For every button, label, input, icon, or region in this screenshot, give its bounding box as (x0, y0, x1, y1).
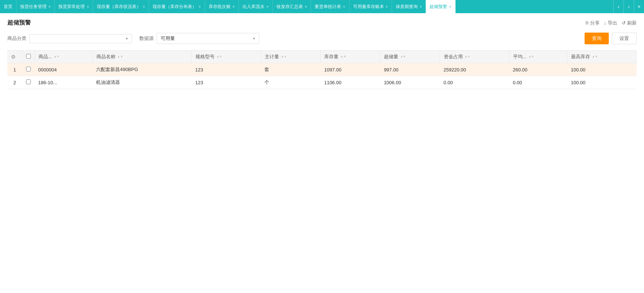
chevron-down-icon: ▾ (253, 36, 255, 41)
datasource-filter: 数据源 可用量 ▾ (139, 33, 259, 44)
nav-tab-1[interactable]: 拣货任务管理 × (17, 0, 55, 13)
page-header: 超储预警 ⎘ 分享 ↓ 导出 ↺ 刷新 (7, 19, 637, 27)
cell-overstock: 1006.00 (380, 76, 440, 89)
th-code[interactable]: 商品... ▲▼ (34, 51, 92, 63)
cell-spec: 123 (191, 63, 261, 76)
cell-stock: 1097.00 (321, 63, 380, 76)
nav-tab-active[interactable]: 超储预警 × (426, 0, 455, 13)
table-header-row: ⚙ 商品... ▲▼ 商品名称 ▲▼ (7, 51, 637, 63)
filter-bar: 商品分类 ▾ 数据源 可用量 ▾ 查询 设置 (7, 33, 637, 44)
th-checkbox (22, 51, 34, 63)
nav-tab-4[interactable]: 现存量（库存分布表） × (149, 0, 205, 13)
select-all-checkbox[interactable] (26, 54, 31, 59)
cell-overstock: 997.00 (380, 63, 440, 76)
table-row: 1 0000004 六配套新昌490BPG 123 套 1097.00 997.… (7, 63, 637, 76)
datasource-label: 数据源 (139, 35, 154, 42)
nav-tab-3[interactable]: 现存量（库存状况表） × (93, 0, 149, 13)
category-select[interactable]: ▾ (29, 34, 132, 43)
cell-name: 机油滤清器 (92, 76, 191, 89)
th-overstock[interactable]: 超储量 ▲▼ (380, 51, 440, 63)
filter-actions: 查询 设置 (585, 33, 637, 44)
close-icon[interactable]: × (420, 4, 422, 9)
cell-unit: 套 (261, 63, 321, 76)
close-icon[interactable]: × (143, 4, 145, 9)
cell-unit: 个 (261, 76, 321, 89)
sort-icon: ▲▼ (216, 55, 222, 58)
nav-arrow-right[interactable]: › (623, 0, 634, 13)
row-number: 2 (7, 76, 22, 89)
refresh-button[interactable]: ↺ 刷新 (622, 20, 637, 26)
sort-icon: ▲▼ (117, 55, 123, 58)
th-capital[interactable]: 资金占用 ▲▼ (440, 51, 509, 63)
close-icon[interactable]: × (386, 4, 388, 9)
datasource-select[interactable]: 可用量 ▾ (157, 33, 259, 44)
top-nav: 首页 拣货任务管理 × 拣货异常处理 × 现存量（库存状况表） × 现存量（库存… (0, 0, 644, 13)
header-actions: ⎘ 分享 ↓ 导出 ↺ 刷新 (586, 20, 637, 26)
close-icon[interactable]: × (305, 4, 307, 9)
cell-code: 0000004 (34, 63, 92, 76)
refresh-icon: ↺ (622, 20, 626, 26)
query-button[interactable]: 查询 (585, 33, 609, 44)
cell-capital: 0.00 (440, 76, 509, 89)
sort-icon: ▲▼ (592, 55, 598, 58)
nav-tab-5[interactable]: 库存批次账 × (205, 0, 239, 13)
row-checkbox-cell (22, 63, 34, 76)
row-number: 1 (7, 63, 22, 76)
sort-icon: ▲▼ (340, 55, 346, 58)
sort-icon: ▲▼ (281, 55, 287, 58)
cell-avg: 260.00 (509, 63, 567, 76)
sort-icon: ▲▼ (54, 55, 59, 58)
settings-button[interactable]: 设置 (612, 33, 637, 44)
page-title: 超储预警 (7, 19, 31, 27)
row-checkbox[interactable] (26, 79, 31, 84)
th-avg[interactable]: 平均... ▲▼ (509, 51, 567, 63)
th-stock[interactable]: 库存量 ▲▼ (321, 51, 380, 63)
nav-tab-6[interactable]: 出入库流水 × (239, 0, 272, 13)
nav-tab-home[interactable]: 首页 (0, 0, 17, 13)
th-spec[interactable]: 规格型号 ▲▼ (191, 51, 261, 63)
sort-icon: ▲▼ (528, 55, 534, 58)
nav-tab-9[interactable]: 可用量库存账本 × (350, 0, 392, 13)
row-checkbox-cell (22, 76, 34, 89)
cell-stock: 1106.00 (321, 76, 380, 89)
cell-capital: 259220.00 (440, 63, 509, 76)
category-filter: 商品分类 ▾ (7, 34, 132, 43)
th-name[interactable]: 商品名称 ▲▼ (92, 51, 191, 63)
cell-avg: 0.00 (509, 76, 567, 89)
table-row: 2 186-10... 机油滤清器 123 个 1106.00 1006.00 … (7, 76, 637, 89)
chevron-down-icon: ▾ (126, 36, 128, 41)
share-button[interactable]: ⎘ 分享 (586, 20, 600, 26)
cell-maxstock: 100.00 (567, 76, 637, 89)
sort-icon: ▲▼ (400, 55, 406, 58)
row-checkbox[interactable] (26, 67, 31, 71)
close-icon[interactable]: × (87, 4, 89, 9)
table-body: 1 0000004 六配套新昌490BPG 123 套 1097.00 997.… (7, 63, 637, 89)
nav-tab-7[interactable]: 收发存汇总表 × (273, 0, 311, 13)
category-label: 商品分类 (7, 35, 26, 42)
th-settings: ⚙ (7, 51, 22, 63)
cell-spec: 123 (191, 76, 261, 89)
nav-arrow-left[interactable]: ‹ (613, 0, 623, 13)
export-button[interactable]: ↓ 导出 (604, 20, 618, 26)
close-icon[interactable]: × (233, 4, 235, 9)
close-icon[interactable]: × (343, 4, 345, 9)
nav-arrows: ‹ › × (613, 0, 644, 13)
cell-code: 186-10... (34, 76, 92, 89)
nav-arrow-more[interactable]: × (634, 0, 644, 13)
close-icon[interactable]: × (48, 4, 51, 9)
share-icon: ⎘ (586, 20, 589, 26)
page-container: 超储预警 ⎘ 分享 ↓ 导出 ↺ 刷新 商品分类 ▾ 数据源 (0, 13, 644, 95)
data-table: ⚙ 商品... ▲▼ 商品名称 ▲▼ (7, 50, 637, 89)
th-maxstock[interactable]: 最高库存 ▲▼ (567, 51, 637, 63)
sort-icon: ▲▼ (465, 55, 471, 58)
th-unit[interactable]: 主计量 ▲▼ (261, 51, 321, 63)
gear-icon[interactable]: ⚙ (11, 54, 16, 60)
close-icon[interactable]: × (198, 4, 201, 9)
close-icon[interactable]: × (266, 4, 268, 9)
nav-tab-10[interactable]: 保质期查询 × (392, 0, 426, 13)
cell-maxstock: 100.00 (567, 63, 637, 76)
nav-tab-2[interactable]: 拣货异常处理 × (55, 0, 93, 13)
cell-name: 六配套新昌490BPG (92, 63, 191, 76)
nav-tab-8[interactable]: 要货单统计表 × (311, 0, 349, 13)
close-icon[interactable]: × (449, 4, 451, 9)
